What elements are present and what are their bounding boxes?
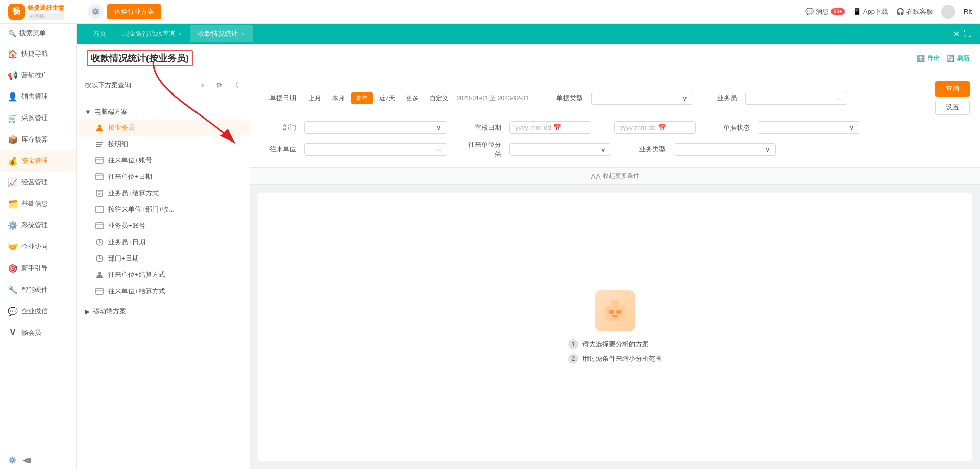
online-service-label: 在线客服 <box>906 7 933 16</box>
desktop-scheme-header[interactable]: ▼ 电脑端方案 <box>77 104 250 120</box>
date-btn-7days[interactable]: 近7天 <box>375 92 400 104</box>
doc-status-label: 单据状态 <box>714 123 750 132</box>
tree-item-dept-date[interactable]: 部门+日期 <box>77 250 250 267</box>
sidebar-item-system[interactable]: ⚙️ 系统管理 <box>0 215 76 236</box>
refresh-button[interactable]: 🔄 刷新 <box>946 54 970 63</box>
by-salesperson-label: 按业务员 <box>108 123 135 132</box>
doc-status-select[interactable]: ∨ <box>758 121 860 134</box>
tab-collection-stats[interactable]: 收款情况统计 × <box>190 25 252 42</box>
finance-icon: 💰 <box>8 156 17 166</box>
counterparty-settlement1-label: 往来单位+结算方式 <box>108 270 165 279</box>
user-avatar[interactable] <box>941 5 955 19</box>
dept-date-label: 部门+日期 <box>108 254 139 263</box>
tab-bank-flow-close[interactable]: × <box>179 31 182 37</box>
collapse-sidebar-icon[interactable]: ◀▮ <box>22 456 31 464</box>
mobile-scheme-header[interactable]: ▶ 移动端方案 <box>77 303 250 319</box>
notification-item[interactable]: 💬 消息 99+ <box>805 7 845 16</box>
counterparty-category-label: 往来单位分类 <box>465 140 501 158</box>
department-chevron: ∨ <box>436 124 442 131</box>
tab-close-all-icon[interactable]: ✕ <box>953 29 960 39</box>
collapse-bar[interactable]: ⋀⋀ 收起更多条件 <box>250 167 980 185</box>
salesperson-date-icon <box>95 238 104 247</box>
tree-item-by-salesperson[interactable]: 按业务员 <box>77 120 250 136</box>
date-btn-this-month[interactable]: 本月 <box>328 92 349 104</box>
sidebar-item-marketing[interactable]: 📢 营销推广 <box>0 64 76 86</box>
refresh-icon: 🔄 <box>946 55 954 62</box>
review-date-end-input[interactable]: yyyy-mm-dd 📅 <box>614 121 696 134</box>
top-bar-actions: 💬 消息 99+ 📱 App下载 🎧 在线客服 Rit <box>805 5 972 19</box>
sidebar-item-quick-nav[interactable]: 🏠 快捷导航 <box>0 43 76 64</box>
doc-type-chevron: ∨ <box>682 95 688 102</box>
smart-hw-label: 智能硬件 <box>21 285 48 294</box>
date-btn-more[interactable]: 更多 <box>402 92 423 104</box>
download-icon: 📱 <box>853 8 861 15</box>
app-download-item[interactable]: 📱 App下载 <box>853 7 888 16</box>
online-service-item[interactable]: 🎧 在线客服 <box>896 7 933 16</box>
counterparty-settlement1-icon <box>95 270 104 279</box>
tree-item-salesperson-account[interactable]: 业务员+账号 <box>77 218 250 234</box>
date-btn-custom[interactable]: 自定义 <box>425 92 453 104</box>
svg-rect-23 <box>612 315 618 317</box>
trial-button[interactable]: 体验行业方案 <box>107 4 161 19</box>
settings-icon[interactable]: ⚙️ <box>88 4 103 19</box>
date-btn-last-month[interactable]: 上月 <box>304 92 326 104</box>
tree-item-salesperson-date[interactable]: 业务员+日期 <box>77 234 250 250</box>
query-button[interactable]: 查询 <box>935 81 970 97</box>
review-date-label: 审核日期 <box>465 123 501 132</box>
sidebar-item-inventory[interactable]: 📦 库存核算 <box>0 129 76 150</box>
tree-item-counterparty-settlement1[interactable]: 往来单位+结算方式 <box>77 267 250 283</box>
doc-type-select[interactable]: ∨ <box>591 92 693 105</box>
sidebar-item-newbie[interactable]: 🎯 新手引导 <box>0 257 76 279</box>
sidebar-item-member[interactable]: V 畅会员 <box>0 322 76 343</box>
counterparty-category-chevron: ∨ <box>601 146 606 153</box>
tree-item-salesperson-settlement[interactable]: 业务员+结算方式 <box>77 185 250 201</box>
sidebar-item-smart-hw[interactable]: 🔧 智能硬件 <box>0 279 76 300</box>
empty-tip-1: 1 请先选择要分析的方案 <box>568 339 662 349</box>
svg-rect-13 <box>96 223 103 229</box>
counterparty-select[interactable]: ··· <box>304 143 447 156</box>
tab-home[interactable]: 首页 <box>85 25 114 42</box>
date-shortcuts: 上月 本月 本年 近7天 更多 自定义 2023-01-01 至 2023-12… <box>304 92 529 104</box>
tab-bank-flow[interactable]: 现金银行流水查询 × <box>114 25 190 42</box>
tree-item-counterparty-dept-collection[interactable]: 按往来单位+部门+收... <box>77 201 250 218</box>
notification-icon: 💬 <box>805 8 814 15</box>
page-header: 收款情况统计(按业务员) ⬆️ 导出 🔄 刷新 <box>77 44 980 73</box>
settings-bottom-icon[interactable]: ⚙️ <box>8 456 16 464</box>
sidebar-item-finance[interactable]: 💰 资金管理 <box>0 150 76 172</box>
counterparty-date-icon <box>95 172 104 181</box>
tree-item-by-detail[interactable]: 按明细 <box>77 136 250 152</box>
search-label: 搜索菜单 <box>19 29 46 38</box>
sidebar-search[interactable]: 🔍 搜索菜单 <box>0 24 76 43</box>
counterparty-category-select[interactable]: ∨ <box>509 143 611 156</box>
tree-item-counterparty-date[interactable]: 往来单位+日期 <box>77 169 250 185</box>
settings-scheme-button[interactable]: ⚙ <box>213 79 225 91</box>
tree-item-counterparty-settlement2[interactable]: 往来单位+结算方式 <box>77 283 250 299</box>
date-btn-this-year[interactable]: 本年 <box>351 92 373 104</box>
department-select[interactable]: ∨ <box>304 121 447 134</box>
sidebar-item-enterprise[interactable]: 🤝 企业协同 <box>0 236 76 257</box>
tab-collection-stats-close[interactable]: × <box>241 31 244 37</box>
inventory-icon: 📦 <box>8 135 17 144</box>
tab-expand-icon[interactable]: ⛶ <box>964 29 972 38</box>
filter-settings-button[interactable]: 设置 <box>935 100 970 115</box>
svg-point-0 <box>98 125 101 128</box>
collapse-panel-button[interactable]: 《 <box>229 79 241 91</box>
sidebar-item-sales[interactable]: 👤 销售管理 <box>0 86 76 107</box>
sidebar-item-purchase[interactable]: 🛒 采购管理 <box>0 107 76 129</box>
business-type-select[interactable]: ∨ <box>674 143 776 156</box>
by-detail-label: 按明细 <box>108 139 128 149</box>
logo-icon: 畅 <box>8 4 24 20</box>
add-scheme-button[interactable]: ＋ <box>197 79 209 91</box>
salesperson-select[interactable]: ··· <box>745 92 847 105</box>
notification-label: 消息 <box>816 7 829 16</box>
review-date-start-input[interactable]: yyyy-mm-dd 📅 <box>509 121 591 134</box>
doc-status-chevron: ∨ <box>849 124 854 131</box>
tree-item-counterparty-account[interactable]: 往来单位+账号 <box>77 152 250 169</box>
svg-rect-20 <box>605 306 625 321</box>
sidebar-item-wechat[interactable]: 💬 企业微信 <box>0 300 76 322</box>
sidebar-item-basic-info[interactable]: 🗂️ 基础信息 <box>0 193 76 215</box>
export-button[interactable]: ⬆️ 导出 <box>917 54 940 63</box>
tip-num-2: 2 <box>568 354 578 364</box>
sidebar-item-operations[interactable]: 📈 经营管理 <box>0 172 76 193</box>
newbie-icon: 🎯 <box>8 264 17 273</box>
